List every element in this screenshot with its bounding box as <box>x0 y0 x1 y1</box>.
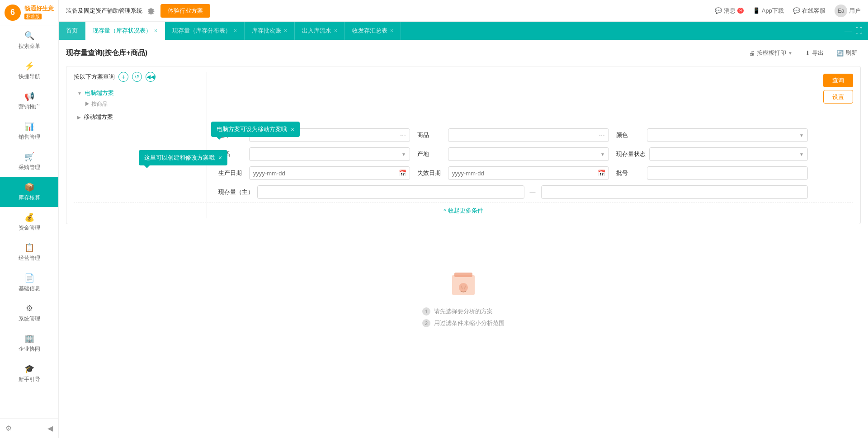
tab-in-out-flow[interactable]: 出入库流水 × <box>295 22 345 40</box>
tooltip1-text: 电脑方案可设为移动方案哦 <box>217 125 287 133</box>
filter-add-button[interactable]: + <box>118 72 128 82</box>
gear-icon[interactable] <box>148 7 155 14</box>
goods-select[interactable]: ··· <box>448 128 609 142</box>
tooltip2-close-button[interactable]: × <box>218 154 222 161</box>
sidebar-item-base[interactable]: 📄 基础信息 <box>0 268 58 298</box>
scheme-mobile[interactable]: ▶ 移动端方案 <box>74 111 853 123</box>
filter-refresh-button[interactable]: ↺ <box>132 72 142 82</box>
sidebar-item-operations[interactable]: 📋 经营管理 <box>0 237 58 268</box>
quick-icon: ⚡ <box>24 61 34 71</box>
chevron-down-icon: ▼ <box>788 51 793 56</box>
operations-icon: 📋 <box>24 243 34 253</box>
origin-select[interactable]: ▼ <box>448 147 609 161</box>
sidebar-item-finance[interactable]: 💰 资金管理 <box>0 207 58 237</box>
empty-tip-2: 2 用过滤条件来缩小分析范围 <box>422 319 505 327</box>
filter-back-button[interactable]: ◀◀ <box>146 72 156 82</box>
message-button[interactable]: 💬 消息 9 <box>715 7 744 15</box>
sub-item-by-goods-1[interactable]: ▶ 按商品 <box>81 99 853 109</box>
reset-button[interactable]: 设置 <box>823 90 853 104</box>
sidebar-item-label: 快捷导航 <box>19 73 40 80</box>
filter-section: 按以下方案查询 + ↺ ◀◀ ▼ 电脑端方案 ▶ 按商品 ▶ 移动端方 <box>66 66 861 224</box>
divider <box>207 72 207 218</box>
collapse-sidebar-button[interactable]: ◀ <box>47 424 53 433</box>
goods-label: 商品 <box>417 131 444 139</box>
prod-date-field: 生产日期 📅 <box>218 166 410 180</box>
app-download-button[interactable]: 📱 App下载 <box>753 7 784 15</box>
collapse-button[interactable]: ^ 收起更多条件 <box>74 203 853 218</box>
settings-button[interactable]: ⚙ <box>5 424 12 433</box>
filter-row-2: 尺码 ▼ 产地 ▼ 现存量状态 <box>218 147 808 161</box>
sidebar-item-quick[interactable]: ⚡ 快捷导航 <box>0 56 58 86</box>
batch-no-field: 批号 <box>616 166 808 180</box>
scheme-tree: ▼ 电脑端方案 ▶ 按商品 ▶ 移动端方案 <box>74 87 853 123</box>
refresh-button[interactable]: 🔄 刷新 <box>833 47 861 59</box>
tooltip1-close-button[interactable]: × <box>291 126 294 133</box>
query-button[interactable]: 查询 <box>823 74 853 87</box>
empty-tip-2-text: 用过滤条件来缩小分析范围 <box>434 319 505 327</box>
filter-row-1: 仓库 ··· 商品 ··· 颜色 <box>218 128 808 142</box>
arrow-icon: ▶ <box>85 101 90 107</box>
template-print-icon: 🖨 <box>749 50 755 57</box>
online-support-button[interactable]: 💬 在线客服 <box>793 7 826 15</box>
sidebar-item-label: 企业协同 <box>19 345 40 353</box>
search-icon: 🔍 <box>24 31 34 41</box>
batch-no-input[interactable] <box>647 166 808 180</box>
stock-qty-max-input[interactable] <box>541 185 808 199</box>
tab-close-receive-summary[interactable]: × <box>390 28 393 34</box>
collapse-up-icon: ^ <box>443 207 446 214</box>
tab-batch-account[interactable]: 库存批次账 × <box>245 22 295 40</box>
export-label: 导出 <box>812 49 824 57</box>
trial-industry-button[interactable]: 体验行业方案 <box>160 4 210 18</box>
tab-receive-summary[interactable]: 收发存汇总表 × <box>345 22 401 40</box>
user-profile-button[interactable]: Ea 用户 <box>835 5 861 17</box>
scheme-desktop[interactable]: ▼ 电脑端方案 <box>74 87 853 99</box>
sidebar-item-label: 经营管理 <box>19 254 40 262</box>
stock-status-select[interactable]: ▼ <box>649 147 808 161</box>
origin-field: 产地 ▼ <box>417 147 609 161</box>
template-print-label: 按模板打印 <box>757 49 786 57</box>
template-print-button[interactable]: 🖨 按模板打印 ▼ <box>745 47 796 59</box>
sidebar-item-search[interactable]: 🔍 搜索菜单 <box>0 25 58 56</box>
guide-icon: 🎓 <box>24 364 34 374</box>
warehouse-dots[interactable]: ··· <box>400 131 406 139</box>
expire-date-input[interactable] <box>448 166 609 180</box>
sidebar-bottom: ⚙ ◀ <box>0 418 58 438</box>
user-label: 用户 <box>849 7 861 15</box>
tab-inventory-dist[interactable]: 现存量（库存分布表） × <box>165 22 245 40</box>
export-button[interactable]: ⬇ 导出 <box>802 47 827 59</box>
sidebar-item-sales[interactable]: 📊 销售管理 <box>0 116 58 146</box>
tab-close-inventory-dist[interactable]: × <box>234 28 237 34</box>
tab-inventory-status-label: 现存量（库存状况表） <box>93 27 151 35</box>
sidebar-item-guide[interactable]: 🎓 新手引导 <box>0 358 58 389</box>
empty-tips: 1 请先选择要分析的方案 2 用过滤条件来缩小分析范围 <box>422 307 505 327</box>
prod-date-input[interactable] <box>249 166 410 180</box>
finance-icon: 💰 <box>24 212 34 222</box>
prod-date-label: 生产日期 <box>218 169 245 177</box>
goods-dots[interactable]: ··· <box>599 131 605 139</box>
filter-fields: 查询 设置 仓库 ··· 商品 <box>218 128 853 199</box>
tab-close-in-out-flow[interactable]: × <box>334 28 337 34</box>
size-select[interactable]: ▼ <box>249 147 410 161</box>
svg-point-2 <box>459 283 468 292</box>
sidebar-item-enterprise[interactable]: 🏢 企业协同 <box>0 328 58 358</box>
scheme-desktop-label: 电脑端方案 <box>85 89 114 97</box>
color-select[interactable]: ▼ <box>647 128 808 142</box>
sidebar-item-marketing[interactable]: 📢 营销推广 <box>0 86 58 116</box>
sidebar-item-storage[interactable]: 📦 库存核算 <box>0 177 58 207</box>
tab-home-label: 首页 <box>66 27 78 35</box>
sidebar-item-system[interactable]: ⚙ 系统管理 <box>0 298 58 328</box>
tab-maximize-button[interactable]: ⛶ <box>855 27 863 35</box>
tab-close-batch-account[interactable]: × <box>284 28 287 34</box>
message-label: 消息 <box>724 7 736 15</box>
sidebar-item-purchase[interactable]: 🛒 采购管理 <box>0 146 58 177</box>
sidebar-item-label: 营销推广 <box>19 103 40 111</box>
stock-qty-min-input[interactable] <box>257 185 524 199</box>
sidebar-item-label: 销售管理 <box>19 133 40 141</box>
sidebar-item-label: 采购管理 <box>19 164 40 171</box>
tab-inventory-status[interactable]: 现存量（库存状况表） × <box>85 22 165 40</box>
tab-minimize-button[interactable]: — <box>844 27 852 35</box>
tab-home[interactable]: 首页 <box>59 22 85 40</box>
content-area: 现存量查询(按仓库+商品) 🖨 按模板打印 ▼ ⬇ 导出 🔄 刷新 <box>59 40 868 438</box>
tab-close-inventory-status[interactable]: × <box>154 28 157 34</box>
expire-date-field: 失效日期 📅 <box>417 166 609 180</box>
